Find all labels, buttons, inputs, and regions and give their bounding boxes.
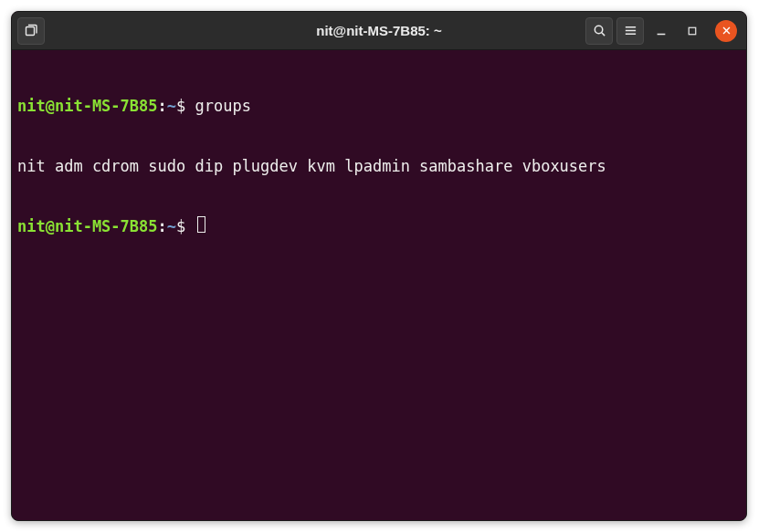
close-button[interactable] [715, 20, 737, 42]
window-title: nit@nit-MS-7B85: ~ [182, 23, 576, 38]
prompt-userhost: nit@nit-MS-7B85 [17, 96, 158, 116]
terminal-body[interactable]: nit@nit-MS-7B85:~$ groups nit adm cdrom … [12, 50, 746, 520]
prompt-dollar: $ [176, 96, 195, 116]
titlebar: nit@nit-MS-7B85: ~ [12, 12, 746, 50]
cursor [197, 216, 205, 233]
search-icon [593, 24, 606, 37]
hamburger-icon [624, 24, 637, 37]
prompt-path: ~ [167, 96, 176, 116]
minimize-icon [655, 25, 668, 37]
prompt-colon: : [158, 216, 167, 236]
close-icon [721, 26, 732, 36]
terminal-window: nit@nit-MS-7B85: ~ [11, 11, 747, 521]
maximize-icon [687, 26, 698, 37]
svg-rect-0 [26, 26, 35, 35]
prompt-line-1: nit@nit-MS-7B85:~$ groups [17, 96, 741, 116]
prompt-colon: : [158, 96, 167, 116]
svg-point-1 [595, 26, 602, 33]
command-text: groups [195, 96, 251, 116]
menu-button[interactable] [616, 17, 644, 45]
prompt-path: ~ [167, 216, 176, 236]
titlebar-left [17, 17, 182, 45]
svg-line-2 [601, 33, 604, 36]
new-tab-icon [24, 24, 38, 38]
titlebar-right [576, 17, 741, 45]
maximize-button[interactable] [679, 17, 706, 45]
minimize-button[interactable] [647, 17, 675, 45]
prompt-dollar: $ [176, 216, 195, 236]
prompt-userhost: nit@nit-MS-7B85 [17, 216, 158, 236]
prompt-line-2: nit@nit-MS-7B85:~$ [17, 216, 741, 236]
svg-rect-7 [689, 27, 696, 35]
search-button[interactable] [585, 17, 613, 45]
output-line-1: nit adm cdrom sudo dip plugdev kvm lpadm… [17, 156, 741, 176]
new-tab-button[interactable] [17, 17, 45, 45]
